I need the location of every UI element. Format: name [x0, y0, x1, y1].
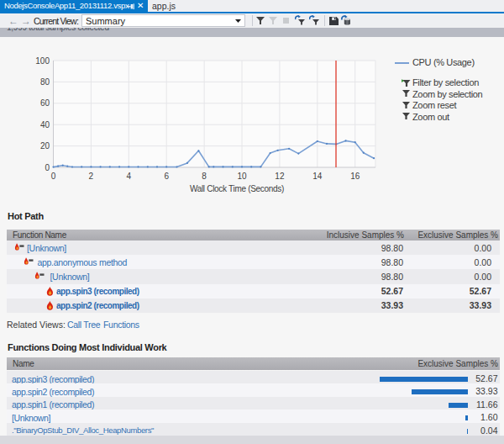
svg-text:12: 12	[275, 172, 285, 181]
svg-text:8: 8	[202, 172, 207, 181]
svg-text:14: 14	[312, 172, 323, 181]
svg-text:40: 40	[40, 120, 50, 130]
svg-text:20: 20	[40, 141, 50, 151]
svg-text:Wall Clock Time (Seconds): Wall Clock Time (Seconds)	[190, 184, 284, 193]
svg-text:100: 100	[35, 56, 50, 66]
svg-text:80: 80	[40, 77, 50, 87]
svg-text:0: 0	[51, 172, 56, 181]
svg-text:2: 2	[89, 172, 94, 181]
svg-text:16: 16	[350, 172, 360, 181]
svg-text:60: 60	[40, 98, 50, 108]
svg-text:0: 0	[45, 163, 50, 172]
svg-text:10: 10	[237, 172, 247, 181]
svg-text:6: 6	[164, 172, 169, 181]
svg-text:4: 4	[127, 172, 132, 181]
